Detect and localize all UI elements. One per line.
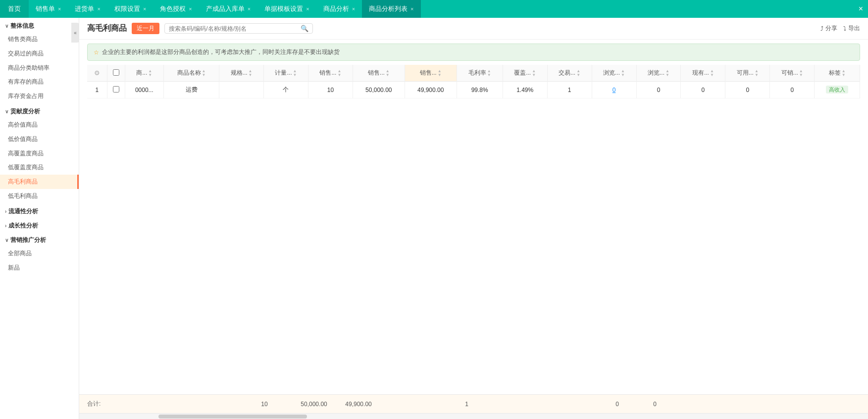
- select-all-checkbox[interactable]: [113, 69, 119, 76]
- col-sellable[interactable]: 可销... ▲▼: [770, 65, 815, 82]
- footer-sales-qty: 10: [261, 401, 301, 408]
- sidebar-item-high-value[interactable]: 高价值商品: [0, 118, 79, 132]
- col-transactions[interactable]: 交易... ▲▼: [547, 65, 592, 82]
- table-header-row: ⚙ 商... ▲▼ 商品名称: [87, 65, 860, 82]
- share-button[interactable]: ⤴ 分享: [820, 24, 837, 33]
- nav-home[interactable]: 首页: [0, 0, 29, 18]
- nav-purchase[interactable]: 进货单 ×: [68, 0, 107, 18]
- row-tag: 高收入: [815, 82, 860, 98]
- search-icon[interactable]: 🔍: [301, 25, 308, 32]
- chevron-down-icon: ∨: [5, 237, 8, 243]
- col-sales-amount[interactable]: 销售... ▲▼: [353, 65, 405, 82]
- search-box: 🔍: [164, 23, 313, 34]
- col-available[interactable]: 可用... ▲▼: [725, 65, 770, 82]
- row-unit: 个: [263, 82, 308, 98]
- chevron-right-icon: ›: [5, 209, 6, 214]
- sidebar-item-stock-capital[interactable]: 库存资金占用: [0, 89, 79, 103]
- row-spec: [219, 82, 264, 98]
- sidebar-collapse-button[interactable]: «: [71, 23, 79, 43]
- row-checkbox[interactable]: [107, 82, 125, 98]
- row-sales-qty: 10: [308, 82, 353, 98]
- sidebar-item-low-value[interactable]: 低价值商品: [0, 132, 79, 146]
- nav-role[interactable]: 角色授权 ×: [153, 0, 199, 18]
- sidebar-item-high-margin[interactable]: 高毛利商品: [0, 175, 79, 189]
- scrollbar-thumb[interactable]: [158, 415, 307, 419]
- sidebar-item-sales-goods[interactable]: 销售类商品: [0, 32, 79, 47]
- info-banner: ☆ 企业的主要的利润都是这部分商品创造的，可考虑加大推广，同时关注库存是不要出现…: [87, 44, 860, 61]
- col-checkbox[interactable]: [107, 65, 125, 82]
- close-icon[interactable]: ×: [143, 6, 146, 12]
- row-browse2: 0: [636, 82, 681, 98]
- tag-badge: 高收入: [826, 86, 848, 93]
- footer-values: 10 50,000.00 49,900.00 1 0 0: [110, 401, 691, 408]
- close-icon[interactable]: ×: [306, 6, 309, 12]
- sort-arrows: ▲▼: [438, 69, 442, 77]
- sidebar-item-all-goods[interactable]: 全部商品: [0, 246, 79, 261]
- chevron-right-icon: ›: [5, 223, 6, 229]
- export-icon: ⤵: [843, 25, 846, 32]
- col-name[interactable]: 商品名称 ▲▼: [164, 65, 219, 82]
- sort-arrows: ▲▼: [148, 69, 152, 77]
- horizontal-scrollbar[interactable]: [79, 413, 868, 419]
- col-sales-profit[interactable]: 销售... ▲▼: [405, 65, 457, 82]
- row-coverage: 1.49%: [503, 82, 547, 98]
- sidebar-item-category-rate[interactable]: 商品分类助销率: [0, 61, 79, 75]
- export-button[interactable]: ⤵ 导出: [843, 24, 860, 33]
- nav-sales[interactable]: 销售单 ×: [29, 0, 68, 18]
- sort-arrows: ▲▼: [487, 69, 491, 77]
- row-code[interactable]: 0000...: [125, 82, 164, 98]
- close-icon[interactable]: ×: [97, 6, 100, 12]
- nav-template[interactable]: 单据模板设置 ×: [257, 0, 316, 18]
- row-browse1[interactable]: 0: [592, 82, 636, 98]
- search-input[interactable]: [169, 25, 301, 32]
- col-gross-margin[interactable]: 毛利率 ▲▼: [457, 65, 503, 82]
- sort-arrows: ▲▼: [755, 69, 759, 77]
- col-coverage[interactable]: 覆盖... ▲▼: [503, 65, 547, 82]
- nav-stock[interactable]: 产成品入库单 ×: [199, 0, 257, 18]
- sort-arrows: ▲▼: [386, 69, 390, 77]
- col-gear[interactable]: ⚙: [87, 65, 107, 82]
- sidebar-item-high-coverage[interactable]: 高覆盖度商品: [0, 146, 79, 161]
- sidebar-group-contribution[interactable]: ∨ 贡献度分析: [0, 103, 79, 118]
- row-current-stock: 0: [681, 82, 725, 98]
- nav-perm[interactable]: 权限设置 ×: [107, 0, 153, 18]
- col-spec[interactable]: 规格... ▲▼: [219, 65, 264, 82]
- footer-col12: 0: [653, 401, 691, 408]
- close-icon[interactable]: ×: [410, 6, 413, 12]
- sidebar: « ∨ 整体信息 销售类商品 交易过的商品 商品分类助销率 有库存的商品 库存资…: [0, 18, 79, 419]
- col-current-stock[interactable]: 现有... ▲▼: [681, 65, 725, 82]
- col-sales-qty[interactable]: 销售... ▲▼: [308, 65, 353, 82]
- sidebar-group-overall[interactable]: ∨ 整体信息: [0, 18, 79, 32]
- sidebar-item-in-stock[interactable]: 有库存的商品: [0, 75, 79, 89]
- sidebar-item-low-margin[interactable]: 低毛利商品: [0, 189, 79, 203]
- content-area: 高毛利商品 近一月 🔍 ⤴ 分享 ⤵ 导出 ☆ 企业的主要的利润都是这部分商品创…: [79, 18, 868, 419]
- col-browse1[interactable]: 浏览... ▲▼: [592, 65, 636, 82]
- sidebar-item-low-coverage[interactable]: 低覆盖度商品: [0, 160, 79, 175]
- info-icon: ☆: [94, 49, 99, 56]
- close-all-button[interactable]: ×: [859, 4, 868, 13]
- close-icon[interactable]: ×: [189, 6, 192, 12]
- row-sales-amount: 50,000.00: [353, 82, 405, 98]
- col-tag[interactable]: 标签 ▲▼: [815, 65, 860, 82]
- nav-analysis[interactable]: 商品分析 ×: [316, 0, 362, 18]
- settings-icon[interactable]: ⚙: [94, 69, 100, 77]
- sidebar-group-growth[interactable]: › 成长性分析: [0, 218, 79, 232]
- col-browse2[interactable]: 浏览... ▲▼: [636, 65, 681, 82]
- close-icon[interactable]: ×: [248, 6, 251, 12]
- col-code[interactable]: 商... ▲▼: [125, 65, 164, 82]
- sort-arrows: ▲▼: [532, 69, 536, 77]
- sort-arrows: ▲▼: [842, 69, 846, 77]
- nav-analysis-list[interactable]: 商品分析列表 ×: [362, 0, 420, 18]
- total-label: 合计:: [87, 400, 101, 408]
- sidebar-item-new-goods[interactable]: 新品: [0, 261, 79, 275]
- col-unit[interactable]: 计量... ▲▼: [263, 65, 308, 82]
- sidebar-group-liquidity[interactable]: › 流通性分析: [0, 203, 79, 218]
- footer-transactions: 1: [465, 401, 503, 408]
- sort-arrows: ▲▼: [337, 69, 341, 77]
- close-icon[interactable]: ×: [58, 6, 61, 12]
- filter-recent-month-button[interactable]: 近一月: [132, 23, 159, 34]
- sidebar-group-marketing[interactable]: ∨ 营销推广分析: [0, 232, 79, 246]
- close-icon[interactable]: ×: [352, 6, 355, 12]
- sidebar-item-traded-goods[interactable]: 交易过的商品: [0, 47, 79, 61]
- footer-sales-amount: 50,000.00: [301, 401, 345, 408]
